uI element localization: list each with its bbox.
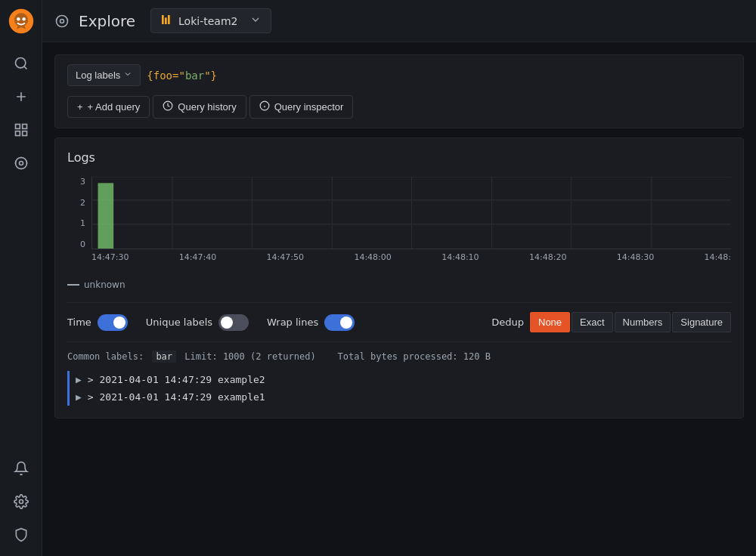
svg-rect-6 (15, 131, 20, 136)
main-content: Explore Loki-team2 Log labels (42, 0, 756, 556)
query-panel: Log labels {foo="bar"} + + Add query (54, 54, 744, 128)
dedup-label: Dedup (491, 317, 524, 328)
log-text-2: > 2021-04-01 14:47:29 example1 (88, 391, 265, 403)
x-label-0: 14:47:30 (91, 252, 129, 267)
unique-labels-toggle[interactable] (218, 314, 249, 331)
query-actions: + + Add query Query history Query inspec… (67, 95, 731, 119)
controls-row: Time Unique labels (67, 302, 731, 342)
unique-labels-label: Unique labels (146, 317, 212, 328)
svg-point-3 (15, 58, 25, 68)
log-entries: ▶ > 2021-04-01 14:47:29 example2 ▶ > 202… (67, 371, 731, 406)
y-label-3: 3 (67, 177, 88, 187)
x-label-7: 14:48: (705, 252, 731, 267)
log-labels-label: Log labels (76, 70, 120, 81)
bytes-text: Total bytes processed: 120 B (338, 351, 491, 362)
svg-rect-14 (165, 17, 167, 24)
dedup-exact-button[interactable]: Exact (572, 312, 613, 332)
query-history-label: Query history (178, 101, 236, 113)
svg-point-12 (60, 19, 64, 23)
y-label-0: 0 (67, 239, 88, 249)
chevron-down-icon (249, 14, 262, 28)
logs-title: Logs (67, 150, 731, 165)
sidebar-item-explore[interactable] (6, 148, 36, 178)
query-row: Log labels {foo="bar"} (67, 64, 731, 86)
add-query-label: + Add query (88, 101, 141, 113)
chart-area (91, 177, 731, 249)
sidebar (0, 0, 42, 556)
unique-labels-toggle-track (218, 314, 249, 331)
x-label-4: 14:48:10 (442, 252, 479, 267)
x-label-1: 14:47:40 (179, 252, 216, 267)
common-labels-label: Common labels: (67, 351, 144, 362)
log-text-1: > 2021-04-01 14:47:29 example2 (88, 374, 265, 385)
log-expand-arrow-2[interactable]: ▶ (76, 391, 82, 403)
time-toggle-track (98, 314, 128, 331)
sidebar-item-alerting[interactable] (6, 453, 36, 483)
svg-rect-4 (15, 125, 20, 129)
dedup-numbers-button[interactable]: Numbers (615, 312, 671, 332)
log-entry: ▶ > 2021-04-01 14:47:29 example1 (67, 388, 731, 406)
content-area: Log labels {foo="bar"} + + Add query (42, 42, 756, 556)
y-label-2: 2 (67, 198, 88, 208)
chart-y-axis: 0 1 2 3 (67, 177, 88, 249)
y-label-1: 1 (67, 218, 88, 228)
datasource-selector[interactable]: Loki-team2 (150, 8, 271, 33)
sidebar-item-add[interactable] (6, 82, 36, 112)
time-toggle[interactable] (98, 314, 128, 331)
svg-point-10 (19, 500, 23, 504)
chart-svg (92, 177, 731, 249)
grafana-logo[interactable] (6, 6, 36, 36)
svg-rect-5 (22, 125, 26, 129)
legend-line (67, 284, 79, 286)
sidebar-item-search[interactable] (6, 48, 36, 79)
loki-icon (160, 14, 172, 28)
common-labels-value: bar (152, 351, 176, 363)
svg-rect-30 (98, 183, 114, 249)
chart-legend: unknown (67, 280, 731, 290)
wrap-lines-label: Wrap lines (267, 317, 318, 328)
meta-row: Common labels: bar Limit: 1000 (2 return… (67, 351, 731, 362)
time-label: Time (67, 317, 91, 328)
history-icon (163, 100, 173, 113)
unique-labels-toggle-thumb (221, 317, 233, 329)
svg-point-11 (57, 15, 68, 26)
dedup-none-button[interactable]: None (530, 312, 570, 332)
page-title: Explore (79, 12, 135, 30)
log-labels-button[interactable]: Log labels (67, 64, 141, 86)
unique-labels-control: Unique labels (146, 314, 249, 331)
x-label-2: 14:47:50 (267, 252, 304, 267)
x-label-3: 14:48:00 (354, 252, 391, 267)
query-inspector-label: Query inspector (274, 101, 344, 113)
limit-text: Limit: 1000 (2 returned) (184, 351, 315, 362)
query-inspector-button[interactable]: Query inspector (249, 95, 354, 119)
plus-icon: + (77, 101, 83, 113)
svg-point-2 (22, 17, 25, 21)
sidebar-item-dashboards[interactable] (6, 115, 36, 145)
svg-rect-13 (162, 15, 164, 24)
svg-rect-7 (22, 131, 26, 136)
dedup-group: Dedup None Exact Numbers Signature (491, 312, 731, 332)
time-control: Time (67, 314, 128, 331)
info-icon (259, 100, 270, 113)
add-query-button[interactable]: + + Add query (67, 96, 150, 118)
chart-x-axis: 14:47:30 14:47:40 14:47:50 14:48:00 14:4… (91, 252, 731, 267)
explore-icon (54, 14, 70, 29)
logs-chart: 0 1 2 3 (67, 177, 731, 267)
wrap-lines-toggle[interactable] (324, 314, 355, 331)
query-history-button[interactable]: Query history (153, 95, 246, 119)
svg-point-8 (15, 158, 26, 169)
svg-point-9 (19, 162, 23, 165)
log-labels-chevron-icon (123, 70, 132, 81)
dedup-signature-button[interactable]: Signature (672, 312, 731, 332)
svg-rect-15 (168, 15, 170, 24)
wrap-lines-control: Wrap lines (267, 314, 355, 331)
wrap-lines-toggle-thumb (340, 317, 352, 329)
sidebar-item-shield[interactable] (6, 520, 36, 550)
query-expression[interactable]: {foo="bar"} (147, 70, 217, 82)
svg-point-1 (17, 17, 20, 21)
datasource-name: Loki-team2 (178, 15, 243, 27)
time-toggle-thumb (113, 317, 125, 329)
x-label-6: 14:48:30 (617, 252, 654, 267)
sidebar-item-settings[interactable] (6, 486, 36, 517)
log-expand-arrow-1[interactable]: ▶ (76, 374, 82, 385)
